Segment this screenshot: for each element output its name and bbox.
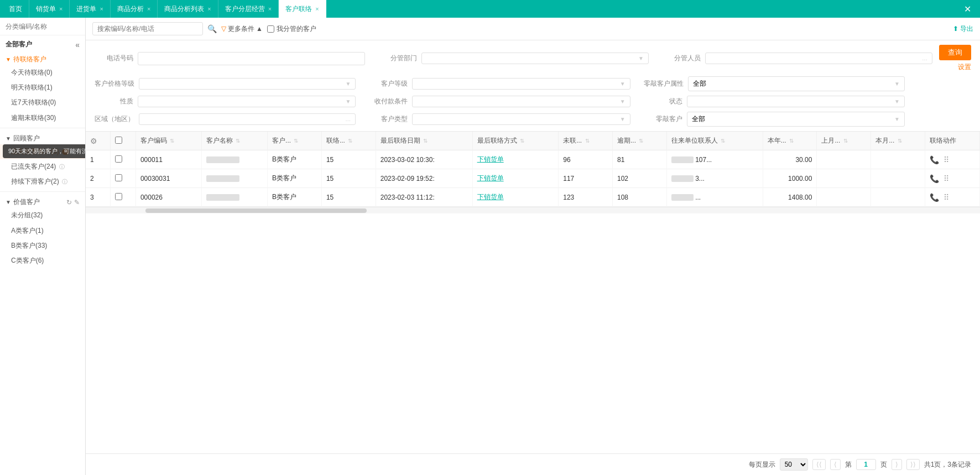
sidebar-item-7days[interactable]: 近7天待联络(0) [0,95,85,110]
no-contact-sort-icon: ⇅ [585,138,590,144]
last-month-sort-icon: ⇅ [843,138,848,144]
nav-tab-analysis[interactable]: 商品分析 × [111,0,158,18]
at-risk-tooltip: 90天未交易的客户，可能有流失风险。 [3,144,86,158]
churned-info-icon: ⓘ [59,164,65,170]
zero-cust-field: 零敲客户 全部 ▼ [644,112,905,127]
row-last-method-2[interactable]: 下销货单 [472,169,559,188]
first-page-button[interactable]: ⟨⟨ [812,459,826,470]
status-select[interactable]: ▼ [687,96,905,107]
export-button[interactable]: ⬆ 导出 [953,24,973,34]
sidebar-collapse-icon[interactable]: « [75,40,80,49]
settings-link[interactable]: 设置 [958,62,971,72]
table-row: 2 00030031 ▓▓▓ B类客户 15 2023-02-09 19:52:… [86,169,980,188]
price-level-select[interactable]: ▼ [139,78,356,90]
th-last-method: 最后联络方式 ⇅ [472,132,559,150]
action-menu-icon-1[interactable]: ⠿ [943,155,949,164]
sidebar-item-a-class[interactable]: A类客户(1) [0,223,85,238]
close-analysis-tab[interactable]: × [147,6,150,12]
action-menu-icon-2[interactable]: ⠿ [943,174,949,183]
phone-label: 电话号码 [95,54,133,63]
row-last-date-2: 2023-02-09 19:52: [376,169,472,188]
content-area: 🔍 ▽ 更多条件 ▲ 我分管的客户 ⬆ 导出 电话号码 [86,18,980,475]
nav-tab-analysis-list[interactable]: 商品分析列表 × [158,0,218,18]
close-contact-tab[interactable]: × [315,6,319,12]
nav-tab-sales[interactable]: 销货单 × [29,0,70,18]
page-number-input[interactable] [856,459,876,470]
per-page-label: 每页显示 [749,460,775,469]
filter-search-input[interactable] [92,22,203,35]
payment-chevron: ▼ [620,98,625,105]
th-contact-person: 往来单位联系人 ⇅ [666,132,763,150]
zero-cust-chevron: ▼ [894,116,900,122]
nav-tab-customer-segment[interactable]: 客户分层经营 × [218,0,279,18]
action-phone-icon-3[interactable]: 📞 [930,193,939,202]
select-all-checkbox[interactable] [115,137,122,144]
horizontal-scrollbar[interactable] [86,207,980,213]
row-checkbox-1[interactable] [115,155,122,163]
pagination-bar: 每页显示 50 20 100 ⟨⟨ ⟨ 第 页 ⟩ ⟩⟩ 共1页，3条记录 [86,453,980,475]
payment-label: 收付款条件 [369,97,408,106]
pending-arrow: ▼ [6,56,11,62]
more-conditions-button[interactable]: ▽ 更多条件 ▲ [221,24,263,34]
gender-select[interactable]: ▼ [138,96,356,107]
sidebar-item-tomorrow[interactable]: 明天待联络(1) [0,80,85,95]
row-last-method-1[interactable]: 下销货单 [472,150,559,169]
payment-select[interactable]: ▼ [412,96,630,107]
row-checkbox-3[interactable] [115,193,122,200]
row-checkbox-2[interactable] [115,174,122,181]
filter-search-button[interactable]: 🔍 [207,24,217,33]
nav-tab-purchase[interactable]: 进货单 × [70,0,110,18]
zero-cust-select[interactable]: 全部 ▼ [687,112,905,127]
row-overdue-2: 102 [613,169,667,188]
action-phone-icon-1[interactable]: 📞 [930,155,939,164]
last-page-button[interactable]: ⟩⟩ [906,459,920,470]
query-button[interactable]: 查询 [939,45,971,60]
top-nav: 首页 销货单 × 进货单 × 商品分析 × 商品分析列表 × 客户分层经营 × … [0,0,980,18]
region-select[interactable]: … [139,113,356,125]
nav-tab-home[interactable]: 首页 [4,0,29,18]
th-overdue: 逾期... ⇅ [613,132,667,150]
close-purchase-tab[interactable]: × [100,6,103,12]
this-year-sort-icon: ⇅ [789,138,794,144]
sidebar-item-b-class[interactable]: B类客户(33) [0,238,85,253]
close-all-button[interactable]: ✕ [960,4,976,14]
person-select[interactable]: … [705,53,932,64]
cust-type-select[interactable]: ▼ [412,113,630,125]
my-customers-checkbox-label[interactable]: 我分管的客户 [267,24,316,34]
action-phone-icon-2[interactable]: 📞 [930,174,939,183]
action-menu-icon-3[interactable]: ⠿ [943,193,949,202]
sidebar-item-ungroup[interactable]: 未分组(32) [0,208,85,223]
sidebar-item-today[interactable]: 今天待联络(0) [0,65,85,80]
sidebar-search-input[interactable] [6,23,86,30]
zero-attr-select[interactable]: 全部 ▼ [688,76,905,91]
sidebar-item-churned[interactable]: 已流失客户(24) ⓘ [0,159,85,174]
scroll-thumb[interactable] [145,208,367,213]
row-contact-3: 15 [321,188,376,207]
my-customers-checkbox[interactable] [267,25,274,33]
row-last-method-3[interactable]: 下销货单 [472,188,559,207]
sidebar-item-overdue[interactable]: 逾期未联络(30) [0,111,85,126]
phone-input[interactable] [138,52,365,65]
dept-select[interactable]: ▼ [421,53,649,64]
per-page-select[interactable]: 50 20 100 [780,458,808,471]
filter-row-1: 电话号码 分管部门 ▼ 分管人员 … [95,45,971,72]
next-page-button[interactable]: ⟩ [892,459,902,470]
row-this-month-2 [871,169,925,188]
cust-level-select[interactable]: ▼ [412,78,630,90]
value-refresh-icon[interactable]: ↻ [66,199,72,206]
sidebar-item-c-class[interactable]: C类客户(6) [0,253,85,268]
sidebar-item-declining[interactable]: 持续下滑客户(2) ⓘ [0,174,85,189]
table-settings-button[interactable]: ⚙ [90,137,97,145]
row-contact-person-2: ▓▓▓ 3... [666,169,763,188]
close-analysis-list-tab[interactable]: × [207,6,211,12]
value-edit-icon[interactable]: ✎ [74,199,80,206]
close-sales-tab[interactable]: × [59,6,62,12]
prev-page-button[interactable]: ⟨ [830,459,841,470]
close-segment-tab[interactable]: × [268,6,272,12]
this-month-sort-icon: ⇅ [898,138,902,144]
gender-field: 性质 ▼ [95,96,356,107]
nav-tab-customer-contact[interactable]: 客户联络 × [279,0,326,18]
th-last-date: 最后联络日期 ⇅ [376,132,472,150]
all-customers-label: 全部客户 [6,40,32,49]
at-risk-arrow: ▼ [6,135,11,142]
